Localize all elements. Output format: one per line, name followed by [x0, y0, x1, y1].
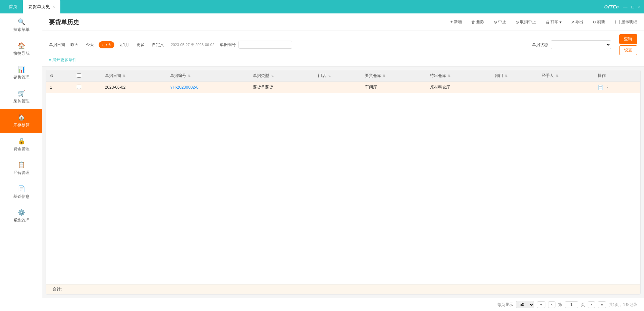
tab-home[interactable]: 首页	[3, 0, 23, 13]
sidebar-item-search[interactable]: 🔍 搜索菜单	[0, 13, 42, 37]
settings-button[interactable]: 设置	[619, 45, 637, 55]
col-dest-warehouse[interactable]: 待出仓库 ⇅	[426, 70, 491, 82]
col-dept[interactable]: 部门 ⇅	[491, 70, 538, 82]
date-btn-7days[interactable]: 近7天	[99, 41, 114, 48]
show-detail-checkbox[interactable]	[615, 20, 620, 24]
col-settings[interactable]: ⚙	[46, 70, 73, 82]
sort-dest-warehouse-icon: ⇅	[448, 74, 450, 78]
status-filter-item: 单据状态	[532, 40, 611, 49]
col-store[interactable]: 门店 ⇅	[314, 70, 361, 82]
show-detail-checkbox-label[interactable]: 显示明细	[615, 19, 637, 25]
row-req-warehouse: 车间库	[361, 82, 426, 93]
query-button[interactable]: 查询	[619, 34, 637, 44]
page-header: 要货单历史 + 新增 🗑 删除 ⊘ 中止 ⊙ 取消中止 🖨 打印	[42, 13, 644, 31]
col-order-no[interactable]: 单据编号 ⇅	[166, 70, 249, 82]
footer-total-label: 合计:	[53, 287, 62, 292]
sidebar-item-sales[interactable]: 📊 销售管理	[0, 61, 42, 85]
toolbar: + 新增 🗑 删除 ⊘ 中止 ⊙ 取消中止 🖨 打印 ▾	[447, 17, 637, 27]
tab-close-icon[interactable]: ×	[53, 4, 55, 9]
tab-order-history[interactable]: 要货单历史 ×	[23, 0, 60, 13]
row-dept	[491, 82, 538, 93]
inventory-icon: 🏠	[18, 114, 25, 121]
date-btn-more[interactable]: 更多	[134, 41, 147, 48]
cancel-stop-button[interactable]: ⊙ 取消中止	[512, 17, 539, 27]
col-action: 操作	[594, 70, 640, 82]
export-button[interactable]: ↗ 导出	[568, 17, 587, 27]
sidebar-item-purchase[interactable]: 🛒 采购管理	[0, 85, 42, 109]
row-edit-icon[interactable]: 📄	[598, 85, 603, 90]
table-empty-space	[46, 93, 640, 284]
sidebar-item-operations[interactable]: 📋 经营管理	[0, 157, 42, 180]
table-row: 1 2023-06-02 YH-20230602-0 要货单要货 车间库 原材料…	[46, 82, 640, 93]
date-filter-item: 单据日期 昨天 今天 近7天 近1月 更多 自定义 2023-05-27 至 2…	[49, 41, 214, 48]
new-button[interactable]: + 新增	[447, 17, 465, 27]
filter-area: 单据日期 昨天 今天 近7天 近1月 更多 自定义 2023-05-27 至 2…	[42, 31, 644, 66]
print-button[interactable]: 🖨 打印 ▾	[542, 17, 565, 27]
col-date[interactable]: 单据日期 ⇅	[101, 70, 166, 82]
delete-icon: 🗑	[471, 20, 475, 25]
col-handler[interactable]: 经手人 ⇅	[538, 70, 594, 82]
sidebar-item-basic[interactable]: 📄 基础信息	[0, 180, 42, 204]
delete-button[interactable]: 🗑 删除	[468, 17, 488, 27]
close-btn[interactable]: ×	[638, 4, 641, 9]
next-page-btn[interactable]: ›	[588, 301, 595, 308]
sidebar-item-nav[interactable]: 🏠 快捷导航	[0, 37, 42, 61]
page-label: 第	[558, 302, 562, 308]
toolbar-divider	[612, 19, 612, 26]
status-label: 单据状态	[532, 42, 548, 48]
data-table: ⚙ 单据日期 ⇅ 单据编号 ⇅	[46, 70, 640, 93]
order-no-input[interactable]	[238, 41, 292, 49]
filter-row: 单据日期 昨天 今天 近7天 近1月 更多 自定义 2023-05-27 至 2…	[49, 34, 637, 55]
brand-label: OfTEn	[604, 4, 619, 9]
search-icon: 🔍	[18, 18, 25, 26]
row-actions: 📄 ⋮	[594, 82, 640, 93]
sidebar-item-search-label: 搜索菜单	[13, 27, 30, 33]
date-btn-today[interactable]: 今天	[83, 41, 97, 48]
row-checkbox	[73, 82, 101, 93]
sidebar-item-inventory-label: 库存核算	[13, 122, 30, 128]
sidebar-item-inventory[interactable]: 🏠 库存核算	[0, 109, 42, 133]
row-order-no[interactable]: YH-20230602-0	[166, 82, 249, 93]
print-icon: 🖨	[545, 20, 549, 25]
table-footer: 合计:	[46, 284, 640, 294]
date-btn-yesterday[interactable]: 昨天	[68, 41, 81, 48]
finance-icon: 🔒	[18, 137, 25, 145]
expand-more-btn[interactable]: ▾ 展开更多条件	[49, 57, 637, 63]
col-checkbox	[73, 70, 101, 82]
page-size-select[interactable]: 50 100 200	[516, 301, 534, 308]
sort-dept-icon: ⇅	[505, 74, 507, 78]
col-order-type[interactable]: 单据类型 ⇅	[249, 70, 314, 82]
date-btn-custom[interactable]: 自定义	[149, 41, 167, 48]
refresh-button[interactable]: ↻ 刷新	[589, 17, 608, 27]
page-input[interactable]	[565, 301, 578, 308]
first-page-btn[interactable]: «	[537, 301, 545, 308]
row-more-icon[interactable]: ⋮	[605, 85, 610, 90]
sort-handler-icon: ⇅	[556, 74, 558, 78]
row-select-checkbox[interactable]	[77, 85, 81, 89]
status-select[interactable]	[551, 40, 611, 49]
sidebar-item-finance[interactable]: 🔒 资金管理	[0, 133, 42, 157]
minimize-btn[interactable]: —	[623, 4, 628, 9]
order-no-label: 单据编号	[220, 42, 236, 48]
order-no-link[interactable]: YH-20230602-0	[170, 85, 199, 90]
operations-icon: 📋	[18, 161, 25, 169]
expand-icon: ▾	[49, 58, 51, 62]
sidebar-item-system-label: 系统管理	[13, 218, 30, 223]
page-suffix: 页	[581, 302, 585, 308]
prev-page-btn[interactable]: ‹	[548, 301, 555, 308]
select-all-checkbox[interactable]	[77, 73, 81, 78]
maximize-btn[interactable]: □	[632, 4, 634, 9]
sidebar-item-purchase-label: 采购管理	[13, 98, 30, 104]
stop-button[interactable]: ⊘ 中止	[490, 17, 509, 27]
col-req-warehouse[interactable]: 要货仓库 ⇅	[361, 70, 426, 82]
last-page-btn[interactable]: »	[598, 301, 606, 308]
settings-icon: ⚙	[50, 74, 54, 78]
export-icon: ↗	[571, 20, 574, 25]
home-icon: 🏠	[18, 42, 25, 49]
action-icons: 📄 ⋮	[598, 85, 636, 90]
system-icon: ⚙️	[18, 209, 25, 216]
date-btn-1month[interactable]: 近1月	[116, 41, 132, 48]
basic-icon: 📄	[18, 185, 25, 192]
row-date: 2023-06-02	[101, 82, 166, 93]
sidebar-item-system[interactable]: ⚙️ 系统管理	[0, 204, 42, 228]
